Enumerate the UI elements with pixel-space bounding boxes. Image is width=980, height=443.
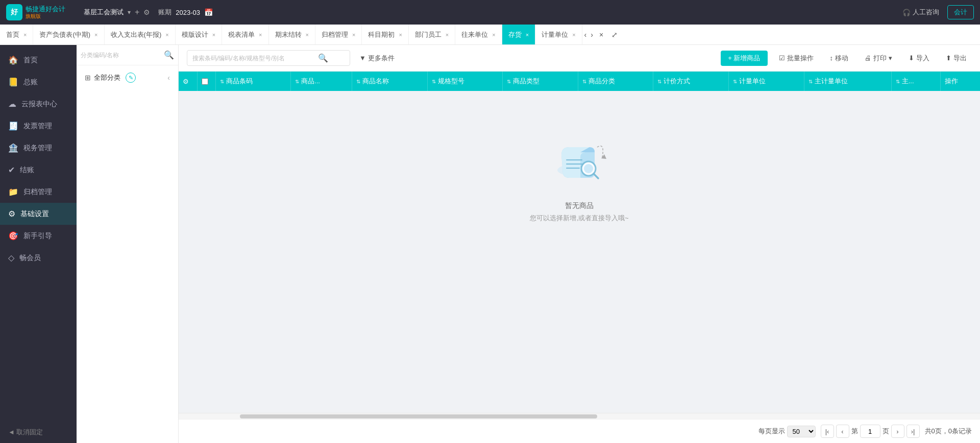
tab-close-archive[interactable]: ×	[352, 32, 355, 38]
move-btn[interactable]: ↕ 移动	[825, 51, 854, 66]
first-page-btn[interactable]: |‹	[821, 425, 834, 438]
empty-sub-text: 您可以选择新增,或者直接导入哦~	[530, 214, 628, 223]
filter-btn[interactable]: ▼ 更多条件	[355, 52, 399, 65]
tab-period-end[interactable]: 期末结转 ×	[269, 25, 315, 44]
sort-icon-cat: ⇅	[582, 79, 586, 84]
batch-btn[interactable]: ☑ 批量操作	[774, 51, 819, 66]
th-settings[interactable]: ⚙	[179, 72, 197, 91]
tab-close-income[interactable]: ×	[165, 32, 168, 38]
sidebar-collapse-btn[interactable]: ◄ 取消固定	[0, 422, 77, 443]
category-collapse-icon[interactable]: ‹	[167, 74, 170, 82]
export-btn[interactable]: ⬆ 导出	[941, 51, 972, 66]
page-number-input[interactable]	[860, 425, 880, 438]
company-area: 基层工会测试 ▾ + ⚙ 账期 2023-03 📅	[84, 8, 213, 17]
workspace-settings-btn[interactable]: ⚙	[143, 8, 150, 16]
product-search-bar: 🔍	[187, 50, 350, 66]
tab-contacts[interactable]: 往来单位 ×	[455, 25, 502, 44]
tab-close-template[interactable]: ×	[212, 32, 215, 38]
logo-text: 畅捷通好会计 旗舰版	[26, 5, 65, 19]
import-btn[interactable]: ⬇ 导入	[903, 51, 935, 66]
tab-close-tax[interactable]: ×	[259, 32, 262, 38]
product-search-icon[interactable]: 🔍	[318, 53, 328, 63]
sidebar-item-ledger[interactable]: 📒 总账	[0, 71, 77, 93]
th-unit[interactable]: ⇅ 计量单位	[728, 72, 804, 91]
sidebar-item-invoice[interactable]: 🧾 发票管理	[0, 115, 77, 137]
tab-close-all[interactable]: ×	[595, 25, 607, 44]
tab-unit[interactable]: 计量单位 ×	[535, 25, 582, 44]
tab-close-period[interactable]: ×	[306, 32, 309, 38]
page-size-select: 每页显示 50 100 200	[758, 426, 816, 437]
tab-template[interactable]: 模版设计 ×	[176, 25, 222, 44]
th-code[interactable]: ⇅ 商品...	[291, 72, 352, 91]
category-search-icon[interactable]: 🔍	[164, 50, 174, 60]
prev-page-btn[interactable]: ‹	[836, 425, 849, 438]
col-settings-icon: ⚙	[183, 78, 189, 85]
svg-point-5	[584, 164, 593, 173]
tab-close-contacts[interactable]: ×	[492, 32, 495, 38]
select-all-checkbox[interactable]	[202, 78, 208, 85]
tab-subject[interactable]: 科目期初 ×	[362, 25, 408, 44]
member-icon: ◇	[8, 253, 14, 263]
sidebar-item-archive[interactable]: 📁 归档管理	[0, 181, 77, 203]
print-arrow: ▾	[889, 54, 892, 62]
sidebar-item-tax[interactable]: 🏦 税务管理	[0, 137, 77, 159]
period-label: 账期	[158, 8, 172, 17]
logo-area: 好 畅捷通好会计 旗舰版	[6, 4, 78, 20]
calendar-icon[interactable]: 📅	[204, 8, 213, 16]
tab-archive[interactable]: 归档管理 ×	[315, 25, 362, 44]
tab-close-balance[interactable]: ×	[94, 32, 97, 38]
tab-scroll-left[interactable]: ‹	[582, 25, 589, 44]
sort-icon-name: ⇅	[356, 79, 360, 84]
sidebar-item-checkout[interactable]: ✔ 结账	[0, 159, 77, 181]
last-page-btn[interactable]: ›|	[906, 425, 920, 438]
cloud-icon: ☁	[8, 99, 16, 109]
product-search-input[interactable]	[192, 55, 315, 62]
th-main-unit[interactable]: ⇅ 主计量单位	[804, 72, 891, 91]
page-size-dropdown[interactable]: 50 100 200	[787, 426, 816, 437]
tab-close-dept[interactable]: ×	[446, 32, 449, 38]
horizontal-scrollbar[interactable]	[179, 413, 980, 419]
th-checkbox[interactable]	[197, 72, 215, 91]
account-btn[interactable]: 会计	[947, 5, 974, 19]
tab-scroll-right[interactable]: ›	[589, 25, 595, 44]
category-edit-btn[interactable]: ✎	[126, 73, 136, 83]
sidebar-item-home[interactable]: 🏠 首页	[0, 49, 77, 71]
sidebar-item-settings[interactable]: ⚙ 基础设置	[0, 203, 77, 225]
tab-close-unit[interactable]: ×	[572, 32, 575, 38]
tab-dept[interactable]: 部门员工 ×	[409, 25, 455, 44]
th-category[interactable]: ⇅ 商品分类	[578, 72, 653, 91]
company-dropdown[interactable]: ▾	[128, 9, 131, 16]
tab-income[interactable]: 收入支出表(年报) ×	[105, 25, 176, 44]
empty-state: 暂无商品 您可以选择新增,或者直接导入哦~	[179, 91, 980, 264]
print-btn[interactable]: 🖨 打印 ▾	[860, 51, 897, 66]
sidebar-item-cloud[interactable]: ☁ 云报表中心	[0, 93, 77, 115]
period-value: 2023-03	[176, 9, 200, 16]
category-search-input[interactable]	[81, 52, 161, 59]
sidebar-item-guide[interactable]: 🎯 新手引导	[0, 225, 77, 247]
toolbar-area: 🔍 ▼ 更多条件 + 新增商品 ☑ 批量操作 ↕ 移动	[179, 45, 980, 72]
th-type[interactable]: ⇅ 商品类型	[503, 72, 578, 91]
tab-close-subject[interactable]: ×	[399, 32, 402, 38]
tab-home[interactable]: 首页 ×	[0, 25, 33, 44]
all-categories[interactable]: ⊞ 全部分类 ✎ ‹	[81, 69, 174, 86]
th-name[interactable]: ⇅ 商品名称	[352, 72, 428, 91]
tab-balance[interactable]: 资产负债表(中期) ×	[33, 25, 104, 44]
th-barcode[interactable]: ⇅ 商品条码	[215, 72, 291, 91]
scrollbar-thumb[interactable]	[240, 414, 597, 418]
grid-icon: ⊞	[85, 74, 91, 82]
add-workspace-btn[interactable]: +	[135, 8, 139, 17]
tab-tax[interactable]: 税表清单 ×	[222, 25, 268, 44]
th-pricing[interactable]: ⇅ 计价方式	[653, 72, 729, 91]
service-btn[interactable]: 🎧 人工咨询	[902, 8, 939, 17]
tab-close-inventory[interactable]: ×	[526, 32, 529, 38]
sidebar-item-member[interactable]: ◇ 畅会员	[0, 247, 77, 269]
th-spec[interactable]: ⇅ 规格型号	[427, 72, 503, 91]
th-extra[interactable]: ⇅ 主...	[891, 72, 940, 91]
sidebar: 🏠 首页 📒 总账 ☁ 云报表中心 🧾 发票管理 🏦 税务管理 ✔ 结账 📁 归…	[0, 45, 77, 443]
tab-close-home[interactable]: ×	[23, 32, 27, 38]
sort-icon-type: ⇅	[507, 79, 511, 84]
add-product-btn[interactable]: + 新增商品	[721, 51, 767, 66]
tab-inventory[interactable]: 存货 ×	[502, 25, 535, 44]
next-page-btn[interactable]: ›	[891, 425, 904, 438]
tab-expand[interactable]: ⤢	[607, 25, 622, 44]
